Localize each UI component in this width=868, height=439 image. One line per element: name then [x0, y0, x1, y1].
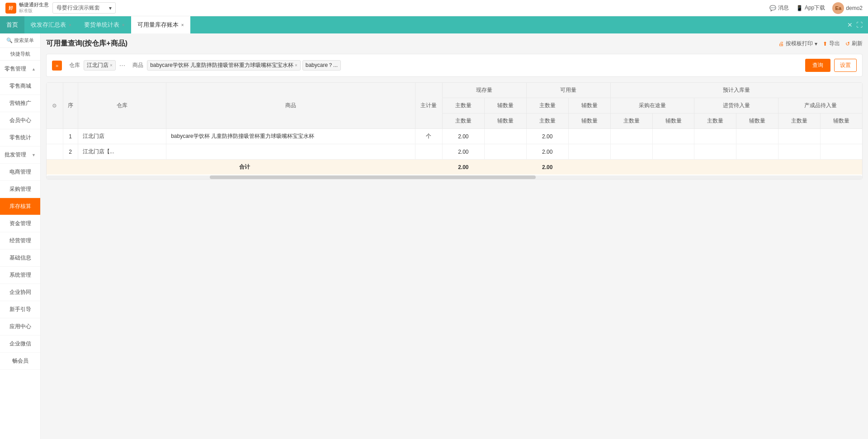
th-avail-main: 主数量: [526, 98, 568, 113]
user-area[interactable]: Ea demo2: [832, 2, 863, 14]
tab-available-stock[interactable]: 可用量库存账本 ×: [131, 16, 190, 33]
row-product: babycare学饮杯 儿童防摔防撞吸管杯重力球吸嘴杯宝宝水杯: [166, 129, 415, 144]
th-stock-main: 主数量: [442, 98, 484, 113]
sidebar-item-basic-info[interactable]: 基础信息: [0, 250, 40, 267]
th-goods-pending: 进货待入量: [694, 98, 778, 113]
tab-order-stats[interactable]: 要货单统计表 ×: [78, 16, 131, 33]
search-label: 搜索菜单: [14, 38, 34, 43]
sidebar-item-marketing[interactable]: 营销推广: [0, 95, 40, 112]
row-no: 2: [63, 144, 78, 160]
close-available-stock-icon[interactable]: ×: [181, 23, 184, 28]
footer-avail-sub: [568, 160, 610, 175]
row-unit: [415, 144, 442, 160]
sidebar-item-wholesale[interactable]: 批发管理 ▼: [0, 146, 40, 164]
th-prod-sub: 辅数量: [821, 113, 862, 129]
available-stock-label: 可用量库存账本: [137, 21, 179, 29]
setting-button[interactable]: 设置: [834, 59, 857, 72]
row-warehouse: 江北门店: [78, 129, 166, 144]
row-stock-main: 2.00: [442, 144, 484, 160]
retail-stats-label: 零售统计: [9, 134, 31, 142]
sidebar-item-enterprise-wechat[interactable]: 企业微信: [0, 335, 40, 353]
close-all-tabs-icon[interactable]: ✕: [847, 21, 853, 28]
sidebar-item-retail-mgmt[interactable]: 零售管理 ▲: [0, 61, 40, 78]
row-pur-main: [610, 144, 652, 160]
sidebar-item-app-center[interactable]: 应用中心: [0, 318, 40, 335]
sidebar-quick-nav[interactable]: 快捷导航: [0, 48, 40, 61]
app-download-btn[interactable]: 📱 App下载: [796, 4, 825, 12]
export-btn[interactable]: ⬆ 导出: [823, 40, 840, 47]
th-current-stock: 现存量: [442, 83, 526, 98]
sidebar-item-new-guide[interactable]: 新手引导: [0, 301, 40, 318]
sidebar-item-purchase[interactable]: 采购管理: [0, 181, 40, 198]
footer-gd-sub: [736, 160, 778, 175]
horizontal-scrollbar[interactable]: [47, 175, 862, 179]
industry-selector[interactable]: 母婴行业演示账套 ▾: [52, 2, 116, 14]
th-pur-sub: 辅数量: [652, 113, 694, 129]
row-gd-main: [694, 144, 736, 160]
row-avail-sub: [568, 144, 610, 160]
sidebar-item-system[interactable]: 系统管理: [0, 267, 40, 284]
remove-warehouse-icon[interactable]: ×: [110, 63, 113, 68]
row-prod-main: [778, 129, 821, 144]
sidebar-item-retail-store[interactable]: 零售商城: [0, 78, 40, 95]
row-no: 1: [63, 129, 78, 144]
close-receive-send-icon[interactable]: ×: [69, 23, 71, 28]
print-btn[interactable]: 🖨 按模板打印 ▾: [778, 40, 817, 47]
footer-pur-sub: [652, 160, 694, 175]
th-planned-in: 预计入库量: [610, 83, 862, 98]
sidebar-item-finance[interactable]: 资金管理: [0, 215, 40, 232]
row-prod-sub: [821, 129, 862, 144]
warehouse-more-icon[interactable]: ···: [119, 61, 125, 70]
sidebar-item-inventory[interactable]: 库存核算: [0, 198, 40, 215]
th-settings[interactable]: ⚙: [47, 83, 63, 129]
th-warehouse: 仓库: [78, 83, 166, 129]
home-tab-label: 首页: [6, 21, 18, 29]
sidebar-item-operations[interactable]: 经营管理: [0, 232, 40, 250]
product-tag-2-text: babycare？...: [306, 61, 338, 69]
row-stock-sub: [484, 129, 526, 144]
th-avail-sub: 辅数量: [568, 98, 610, 113]
table-row: 2 江北门店【... 2.00 2.00: [47, 144, 862, 160]
refresh-btn[interactable]: ↺ 刷新: [845, 40, 863, 47]
sidebar-item-retail-stats[interactable]: 零售统计: [0, 129, 40, 146]
avatar: Ea: [832, 2, 844, 14]
filter-toggle-btn[interactable]: »: [52, 61, 62, 71]
footer-prod-main: [778, 160, 821, 175]
tab-home[interactable]: 首页: [0, 16, 24, 33]
row-avail-main: 2.00: [526, 129, 568, 144]
product-tag-2[interactable]: babycare？...: [302, 60, 341, 71]
query-button[interactable]: 查询: [805, 59, 830, 72]
finance-label: 资金管理: [9, 220, 31, 227]
tab-receive-send[interactable]: 收发存汇总表 ×: [24, 16, 78, 33]
product-tag-1[interactable]: babycare学饮杯 儿童防摔防撞吸管杯重力球吸嘴杯宝宝水杯 ×: [147, 60, 301, 71]
sidebar-search[interactable]: 🔍 搜索菜单: [0, 33, 40, 48]
sidebar-item-ecommerce[interactable]: 电商管理: [0, 164, 40, 181]
wholesale-label: 批发管理: [5, 151, 26, 159]
data-table: ⚙ 序 仓库 商品 主计量 现存量 可用量 预计入库量 主数量 辅数量 主数量: [47, 83, 862, 175]
header-right: 💬 消息 📱 App下载 Ea demo2: [769, 2, 863, 14]
th-prod-main: 主数量: [778, 113, 821, 129]
sidebar-item-enterprise[interactable]: 企业协同: [0, 284, 40, 301]
system-label: 系统管理: [9, 271, 31, 279]
scrollbar-thumb[interactable]: [210, 175, 536, 179]
logo-icon: 好: [5, 3, 16, 14]
row-gd-main: [694, 129, 736, 144]
row-settings: [47, 144, 63, 160]
wholesale-arrow-icon: ▼: [32, 153, 36, 157]
sidebar-item-vip[interactable]: 畅会员: [0, 353, 40, 370]
row-prod-sub: [821, 144, 862, 160]
warehouse-tag[interactable]: 江北门店 ×: [84, 60, 116, 71]
fullscreen-icon[interactable]: ⛶: [856, 21, 863, 28]
remove-product1-icon[interactable]: ×: [295, 63, 297, 68]
footer-stock-main: 2.00: [442, 160, 484, 175]
row-unit: 个: [415, 129, 442, 144]
message-btn[interactable]: 💬 消息: [769, 4, 789, 12]
settings-icon[interactable]: ⚙: [52, 103, 57, 109]
th-gd-sub: 辅数量: [736, 113, 778, 129]
page-actions: 🖨 按模板打印 ▾ ⬆ 导出 ↺ 刷新: [778, 40, 863, 47]
warehouse-label: 仓库: [69, 61, 80, 69]
th-product: 商品: [166, 83, 415, 129]
logo-area: 好 畅捷通好生意 标准版: [5, 2, 49, 14]
sidebar-item-member-center[interactable]: 会员中心: [0, 112, 40, 129]
close-order-stats-icon[interactable]: ×: [122, 23, 125, 28]
